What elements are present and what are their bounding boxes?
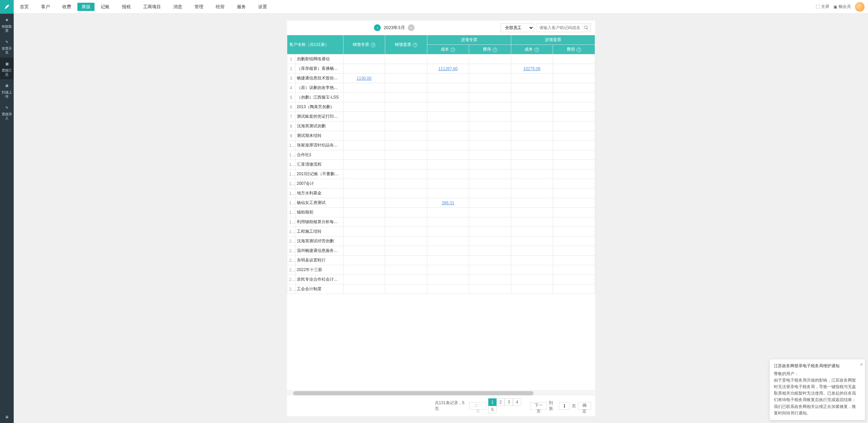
nav-item-8[interactable]: 管理	[188, 0, 210, 14]
search-box	[537, 23, 591, 32]
cell-in-special-expense	[469, 275, 511, 284]
table-row[interactable]: 9测试期末结转	[287, 131, 595, 141]
cell-in-general-cost	[511, 160, 553, 169]
table-row[interactable]: 17辅助期初	[287, 208, 595, 217]
help-icon[interactable]: ?	[371, 43, 375, 47]
table-row[interactable]: 10张家港厚谊针织品有限公…	[287, 141, 595, 150]
sidebar-bottom-item[interactable]: 🖥	[0, 411, 14, 423]
nav-item-1[interactable]: 客户	[35, 0, 56, 14]
table-row[interactable]: 18利用辅助核算分析每种商…	[287, 217, 595, 227]
table-row[interactable]: 1勿删新锐网络通信	[287, 54, 595, 64]
nav-item-11[interactable]: 设置	[252, 0, 273, 14]
nav-item-10[interactable]: 服务	[231, 0, 252, 14]
help-icon[interactable]: ?	[577, 48, 581, 52]
cell-name: 张家港厚谊针织品有限公…	[295, 141, 343, 150]
cell-in-special-cost	[427, 160, 469, 169]
employee-select[interactable]: 全部员工	[501, 23, 534, 32]
sidebar-item-3[interactable]: 🖶扫描上传	[0, 79, 14, 101]
pager-page-4[interactable]: 4	[513, 398, 521, 406]
close-icon[interactable]: ×	[860, 361, 863, 368]
cell-sale-special[interactable]: 1130.00	[343, 74, 385, 83]
table-row[interactable]: 8沈海英测试勿删	[287, 121, 595, 131]
avatar[interactable]	[855, 2, 865, 12]
cell-in-general-cost	[511, 112, 553, 121]
help-icon[interactable]: ?	[493, 48, 497, 52]
period-prev-button[interactable]: ‹	[374, 24, 381, 31]
cell-sale-special	[343, 246, 385, 256]
table-row[interactable]: 22东明县设置鞋行	[287, 256, 595, 265]
sidebar-item-1[interactable]: ✎发票开具	[0, 36, 14, 57]
cell-in-general-expense	[553, 121, 595, 131]
pager-prev-button[interactable]: 上一页	[469, 402, 486, 410]
help-icon[interactable]: ?	[451, 48, 455, 52]
cell-in-special-expense	[469, 141, 511, 150]
cell-index: 3	[287, 74, 295, 83]
table-row[interactable]: 2（库存核算）直播畅捷通信…111267.6010275.09	[287, 64, 595, 74]
cell-sale-special	[343, 179, 385, 189]
table-row[interactable]: 16杨仙女工资测试266.31	[287, 198, 595, 208]
table-row[interactable]: 232022年十三薪	[287, 265, 595, 275]
help-icon[interactable]: ?	[413, 43, 417, 47]
table-row[interactable]: 3畅捷通信息技术股份有限公…1130.00	[287, 74, 595, 83]
table-row[interactable]: 21温州畅捷通信息服务有限…	[287, 246, 595, 256]
nav-item-5[interactable]: 报税	[116, 0, 137, 14]
sidebar-item-label: 发票开具	[1, 47, 13, 55]
table-row[interactable]: 15地方水利基金	[287, 189, 595, 198]
cell-sale-general	[385, 121, 427, 131]
period-next-button[interactable]: ›	[408, 24, 415, 31]
nav-item-7[interactable]: 消息	[167, 0, 188, 14]
table-row[interactable]: 20沈海英测试经营勿删	[287, 236, 595, 246]
pager-next-button[interactable]: 下一页	[530, 402, 547, 410]
table-row[interactable]: 19工程施工结转	[287, 227, 595, 236]
member-button[interactable]: ▣ 畅会员	[833, 4, 851, 10]
th-sale-special: 销项专票 ?	[343, 35, 385, 54]
sidebar-item-0[interactable]: ✚智能取票	[0, 14, 14, 36]
table-row[interactable]: 11合作社1	[287, 150, 595, 160]
cell-sale-special	[343, 141, 385, 150]
cell-in-special-cost	[427, 284, 469, 294]
table-row[interactable]: 24农民专业合作社会计制度	[287, 275, 595, 284]
cell-in-special-expense	[469, 160, 511, 169]
table-row[interactable]: 25工会会计制度	[287, 284, 595, 294]
table-row[interactable]: 4（原）误删勿改李艳芬测试账…	[287, 83, 595, 93]
pager-page-2[interactable]: 2	[496, 398, 505, 406]
nav-item-2[interactable]: 收费	[56, 0, 77, 14]
pager-page-5[interactable]: 5	[488, 406, 496, 413]
search-input[interactable]	[537, 24, 582, 32]
table-row[interactable]: 7测试账套的凭证打印的时候…	[287, 112, 595, 121]
cell-index: 6	[287, 102, 295, 112]
fullscreen-button[interactable]: ⛶ 全屏	[816, 4, 829, 10]
pager-page-3[interactable]: 3	[505, 398, 513, 406]
cell-name: （勿删）江西服宝-LSS	[295, 93, 343, 102]
table-row[interactable]: 132013日记账（不要删除哈…	[287, 169, 595, 179]
scrollbar-thumb[interactable]	[293, 391, 533, 395]
cell-sale-general	[385, 236, 427, 246]
nav-item-3[interactable]: 票据	[77, 3, 95, 11]
help-icon[interactable]: ?	[534, 48, 539, 52]
nav-item-0[interactable]: 首页	[14, 0, 35, 14]
cell-index: 10	[287, 141, 295, 150]
cell-in-special-cost[interactable]: 266.31	[427, 198, 469, 208]
cell-in-general-expense	[553, 179, 595, 189]
table-row[interactable]: 12汇算清缴流程	[287, 160, 595, 169]
horizontal-scrollbar[interactable]	[287, 390, 595, 396]
goto-confirm-button[interactable]: 确定	[578, 402, 591, 410]
cell-in-special-expense	[469, 150, 511, 160]
search-button[interactable]	[582, 24, 591, 32]
svg-point-0	[584, 26, 587, 29]
table-row[interactable]: 62013（陶美芳勿删）	[287, 102, 595, 112]
goto-page-input[interactable]	[559, 402, 570, 410]
table-row[interactable]: 142007会计	[287, 179, 595, 189]
sidebar-item-4[interactable]: ✎票据录入	[0, 101, 14, 123]
cell-name: 地方水利基金	[295, 189, 343, 198]
sidebar-item-2[interactable]: ▦票据汇总	[0, 57, 14, 79]
cell-in-general-cost[interactable]: 10275.09	[511, 64, 553, 74]
nav-item-6[interactable]: 工商项目	[137, 0, 167, 14]
pager-page-1[interactable]: 1	[488, 398, 496, 406]
edit-icon: ✎	[4, 39, 10, 45]
cell-in-special-expense	[469, 217, 511, 227]
nav-item-4[interactable]: 记账	[95, 0, 116, 14]
nav-item-9[interactable]: 经营	[210, 0, 231, 14]
table-row[interactable]: 5（勿删）江西服宝-LSS	[287, 93, 595, 102]
cell-in-special-cost[interactable]: 111267.60	[427, 64, 469, 74]
